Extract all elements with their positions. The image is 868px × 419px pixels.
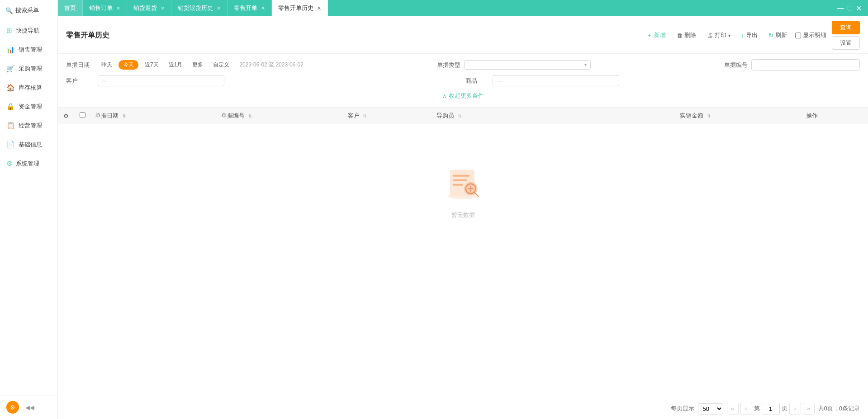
number-sort-icon: ⇅ — [248, 113, 252, 118]
tab-sales-order-close[interactable]: ✕ — [116, 5, 120, 11]
tab-retail-open-close[interactable]: ✕ — [261, 5, 265, 11]
date-btn-custom[interactable]: 自定义 — [209, 60, 233, 70]
svg-rect-3 — [452, 179, 467, 181]
tab-retail-history[interactable]: 零售开单历史 ✕ — [272, 0, 328, 16]
th-date[interactable]: 单据日期 ⇅ — [90, 108, 217, 124]
page-first-button[interactable]: « — [727, 403, 739, 414]
sidebar-item-label: 系统管理 — [16, 160, 39, 168]
date-btn-more[interactable]: 更多 — [189, 60, 207, 70]
page-number-input[interactable] — [762, 403, 780, 414]
sidebar-search[interactable]: 🔍 搜索采单 — [0, 0, 57, 21]
display-detail-checkbox[interactable]: 显示明细 — [795, 31, 826, 39]
topbar-tabs: 首页 销售订单 ✕ 销货退货 ✕ 销货退货历史 ✕ 零售开单 ✕ 零售开单历史 … — [58, 0, 830, 16]
tab-sales-return[interactable]: 销货退货 ✕ — [127, 0, 171, 16]
type-select[interactable]: ▾ — [464, 60, 591, 70]
date-btn-today[interactable]: 今天 — [119, 60, 138, 70]
sidebar-item-basic-info[interactable]: 📄 基础信息 — [0, 135, 57, 154]
th-amount-label: 实销金额 — [680, 112, 703, 119]
sidebar-item-inventory[interactable]: 🏠 库存核算 — [0, 78, 57, 97]
column-settings-icon[interactable]: ⚙ — [63, 113, 69, 119]
print-arrow-icon: ▾ — [728, 33, 730, 38]
content-area: 零售开单历史 ＋ 新增 🗑 删除 🖨 打印 ▾ ↑ 导出 — [58, 16, 868, 419]
tab-sales-return-history[interactable]: 销货退货历史 ✕ — [171, 0, 228, 16]
tab-retail-history-label: 零售开单历史 — [278, 4, 313, 12]
collapse-conditions[interactable]: ∧ 收起更多条件 — [66, 90, 860, 102]
sidebar-item-purchase-mgmt[interactable]: 🛒 采购管理 — [0, 59, 57, 78]
page-word-before: 第 — [754, 405, 760, 413]
topbar: 首页 销售订单 ✕ 销货退货 ✕ 销货退货历史 ✕ 零售开单 ✕ 零售开单历史 … — [58, 0, 868, 16]
minimize-icon[interactable]: □ — [848, 4, 852, 12]
th-checkbox[interactable] — [74, 108, 90, 124]
th-amount[interactable]: 实销金额 ⇅ — [675, 108, 802, 124]
data-table: ⚙ 单据日期 ⇅ 单据编号 ⇅ — [58, 108, 868, 124]
th-customer[interactable]: 客户 ⇅ — [343, 108, 432, 124]
basic-info-icon: 📄 — [6, 141, 15, 149]
sidebar-item-system[interactable]: ⚙ 系统管理 — [0, 154, 57, 173]
setting-button[interactable]: 设置 — [832, 36, 860, 50]
export-icon: ↑ — [741, 32, 745, 39]
delete-button[interactable]: 🗑 删除 — [674, 29, 699, 41]
print-icon: 🖨 — [707, 32, 713, 39]
pagination: 每页显示 50 10 20 100 « ‹ 第 页 › » 共0页，0条记录 — [58, 398, 868, 419]
sidebar-item-quick-nav[interactable]: ⊞ 快捷导航 — [0, 21, 57, 40]
delete-icon: 🗑 — [677, 32, 683, 39]
query-button[interactable]: 查询 — [832, 21, 860, 34]
sidebar-item-sales-mgmt[interactable]: 📊 销售管理 — [0, 40, 57, 59]
th-number[interactable]: 单据编号 ⇅ — [217, 108, 343, 124]
settings-gear-button[interactable]: ⚙ — [6, 401, 19, 414]
refresh-button[interactable]: ↻ 刷新 — [766, 29, 790, 41]
operations-icon: 📋 — [6, 122, 15, 130]
display-detail-input[interactable] — [795, 33, 801, 38]
tab-retail-open[interactable]: 零售开单 ✕ — [228, 0, 272, 16]
page-title: 零售开单历史 — [66, 31, 109, 40]
search-icon: 🔍 — [5, 7, 13, 14]
th-date-label: 单据日期 — [95, 112, 119, 119]
data-table-wrapper: ⚙ 单据日期 ⇅ 单据编号 ⇅ — [58, 108, 868, 398]
maximize-icon[interactable]: ✕ — [856, 4, 862, 13]
collapse-icon: ∧ — [442, 93, 447, 99]
export-button[interactable]: ↑ 导出 — [739, 29, 761, 41]
empty-icon — [441, 160, 486, 206]
sidebar-item-operations[interactable]: 📋 经营管理 — [0, 116, 57, 135]
date-btn-yesterday[interactable]: 昨天 — [98, 60, 116, 70]
date-sort-icon: ⇅ — [122, 113, 126, 118]
date-btn-1month[interactable]: 近1月 — [165, 60, 186, 70]
sidebar-collapse-button[interactable]: ◀◀ — [24, 401, 36, 414]
close-window-icon[interactable]: — — [837, 4, 844, 12]
sidebar-search-label: 搜索采单 — [15, 6, 39, 14]
delete-label: 删除 — [684, 31, 696, 39]
per-page-select[interactable]: 50 10 20 100 — [698, 403, 723, 414]
sidebar-item-label: 基础信息 — [19, 141, 42, 149]
date-range-text: 2023-06-02 至 2023-06-02 — [239, 61, 303, 69]
th-spacer — [540, 108, 675, 124]
goods-input[interactable]: ··· — [493, 75, 619, 86]
select-all-checkbox[interactable] — [80, 112, 85, 118]
print-button[interactable]: 🖨 打印 ▾ — [704, 29, 733, 41]
refresh-label: 刷新 — [775, 31, 787, 39]
number-input[interactable] — [751, 59, 860, 71]
tab-retail-history-close[interactable]: ✕ — [317, 5, 321, 11]
pagination-nav: « ‹ 第 页 › » — [727, 403, 815, 414]
type-select-arrow: ▾ — [584, 62, 587, 67]
th-settings[interactable]: ⚙ — [58, 108, 74, 124]
tab-sales-return-close[interactable]: ✕ — [161, 5, 165, 11]
system-icon: ⚙ — [6, 160, 12, 168]
sidebar-item-label: 快捷导航 — [16, 27, 39, 35]
tab-home[interactable]: 首页 — [58, 0, 83, 16]
th-guide-label: 导购员 — [436, 112, 454, 119]
purchase-mgmt-icon: 🛒 — [6, 65, 15, 73]
date-btn-7days[interactable]: 近7天 — [141, 60, 162, 70]
tab-sales-return-history-close[interactable]: ✕ — [217, 5, 221, 11]
sidebar-item-finance[interactable]: 🔒 资金管理 — [0, 97, 57, 116]
tab-sales-order[interactable]: 销售订单 ✕ — [83, 0, 127, 16]
sidebar-item-label: 销售管理 — [19, 46, 42, 54]
th-guide[interactable]: 导购员 ⇅ — [432, 108, 540, 124]
sales-mgmt-icon: 📊 — [6, 46, 15, 54]
add-button[interactable]: ＋ 新增 — [644, 29, 669, 41]
customer-input[interactable]: ··· — [98, 75, 224, 86]
page-last-button[interactable]: » — [803, 403, 815, 414]
page-prev-button[interactable]: ‹ — [740, 403, 752, 414]
empty-text: 暂无数据 — [451, 211, 475, 219]
tab-sales-return-history-label: 销货退货历史 — [178, 4, 213, 12]
page-next-button[interactable]: › — [789, 403, 801, 414]
